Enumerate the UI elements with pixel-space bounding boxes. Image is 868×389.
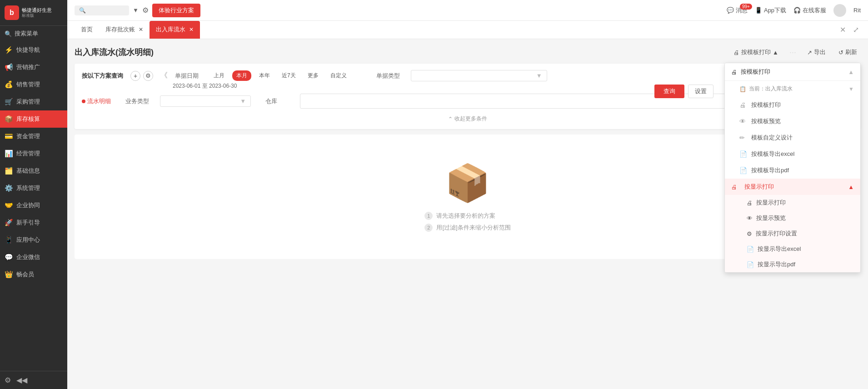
display-print-chevron[interactable]: ▲: [848, 184, 854, 190]
sidebar: b 畅捷通好生意 标准版 🔍 搜索菜单 ⚡ 快捷导航 📢 营销推广 💰 销售管理…: [0, 0, 67, 389]
member-icon: 👑: [5, 270, 13, 279]
current-template-item[interactable]: 📋 当前：出入库流水 ▼: [725, 81, 860, 97]
page-actions: 🖨 按模板打印 ▲ ··· ↗ 导出 ↺ 刷新: [730, 46, 861, 58]
dropdown-template-print[interactable]: 🖨 按模板打印: [725, 97, 860, 113]
tab-batch-ledger-close[interactable]: ✕: [139, 26, 143, 33]
sidebar-item-marketing[interactable]: 📢 营销推广: [0, 59, 67, 76]
page-title: 出入库流水(流水明细): [75, 47, 154, 58]
sidebar-item-purchase[interactable]: 🛒 采购管理: [0, 93, 67, 110]
query-btn[interactable]: 查询: [654, 85, 684, 98]
refresh-btn[interactable]: ↺ 刷新: [835, 46, 861, 58]
message-badge: 99+: [740, 4, 752, 10]
empty-icon: 📦: [445, 162, 490, 204]
tabbar-right: ✕ ⤢: [838, 21, 861, 39]
app-download-icon: 📱: [755, 7, 762, 14]
sidebar-item-wechat[interactable]: 💬 企业微信: [0, 249, 67, 266]
display-print-icon: 🖨: [747, 199, 753, 206]
sidebar-search[interactable]: 🔍 搜索菜单: [0, 26, 67, 41]
purchase-icon: 🛒: [5, 98, 13, 106]
tab-close-window-btn[interactable]: ✕: [838, 25, 848, 34]
sidebar-item-system[interactable]: ⚙️ 系统管理: [0, 180, 67, 197]
industry-btn[interactable]: 体验行业方案: [152, 4, 200, 17]
export-btn[interactable]: ↗ 导出: [803, 46, 829, 58]
filter-settings-btn[interactable]: ⚙: [143, 71, 153, 81]
refresh-icon: ↺: [838, 49, 843, 56]
sidebar-item-base[interactable]: 🗂️ 基础信息: [0, 162, 67, 180]
inventory-icon: 📦: [5, 115, 13, 123]
finance-icon: 💳: [5, 132, 13, 140]
dropdown-template-export-excel[interactable]: 📄 按模板导出excel: [725, 146, 860, 162]
dropdown-template-preview[interactable]: 👁 按模板预览: [725, 113, 860, 130]
user-avatar: [833, 4, 846, 17]
filter-flow-tag: 流水明细: [82, 97, 111, 105]
date-btn-this-month[interactable]: 本月: [232, 70, 251, 81]
divider-dots: ···: [789, 48, 796, 57]
display-print-section-header[interactable]: 🖨 按显示打印 ▲: [725, 179, 860, 195]
template-print-btn[interactable]: 🖨 按模板打印 ▲: [730, 46, 782, 58]
export-icon: ↗: [807, 49, 812, 56]
empty-tip-2: 2 用[过滤]条件来缩小分析范围: [424, 224, 510, 232]
tab-home[interactable]: 首页: [75, 21, 99, 39]
dropdown-template-export-pdf[interactable]: 📄 按模板导出pdf: [725, 162, 860, 179]
sidebar-settings-icon[interactable]: ⚙: [5, 376, 11, 384]
tabbar: 首页 库存批次账 ✕ 出入库流水 ✕ ✕ ⤢: [67, 21, 868, 39]
tab-maximize-btn[interactable]: ⤢: [851, 25, 861, 34]
settings-btn[interactable]: 设置: [688, 85, 713, 98]
sidebar-collapse-icon[interactable]: ◀◀: [16, 376, 27, 384]
page-header: 出入库流水(流水明细) 🖨 按模板打印 ▲ ··· ↗ 导出 ↺ 刷新: [75, 46, 861, 58]
date-btn-more[interactable]: 更多: [304, 70, 323, 81]
app-center-icon: 📱: [5, 236, 13, 244]
topbar-online-service[interactable]: 🎧 在线客服: [793, 6, 826, 15]
flow-tag-dot: [82, 100, 85, 103]
display-print-settings-icon: ⚙: [747, 230, 752, 237]
tab-inout-flow[interactable]: 出入库流水 ✕: [150, 21, 200, 39]
sidebar-bottom: ⚙ ◀◀: [0, 371, 67, 389]
topbar-app-download[interactable]: 📱 App下载: [755, 6, 786, 15]
dropdown-display-export-pdf[interactable]: 📄 按显示导出pdf: [725, 257, 860, 272]
sidebar-item-app-center[interactable]: 📱 应用中心: [0, 231, 67, 249]
sidebar-item-operations[interactable]: 📊 经营管理: [0, 145, 67, 162]
template-print-chevron[interactable]: ▲: [848, 69, 854, 75]
date-btn-this-year[interactable]: 本年: [255, 70, 274, 81]
topbar-search-box[interactable]: 🔍: [75, 5, 129, 15]
main-area: 🔍 ▼ ⚙ 体验行业方案 💬 消息 99+ 📱 App下载 🎧 在线客服 Rit: [67, 0, 868, 389]
topbar-dropdown-arrow[interactable]: ▼: [133, 7, 139, 14]
sidebar-item-member[interactable]: 👑 畅会员: [0, 266, 67, 283]
sidebar-item-collab[interactable]: 🤝 企业协同: [0, 197, 67, 214]
template-print-arrow-icon: ▲: [773, 49, 778, 56]
dropdown-display-preview[interactable]: 👁 按显示预览: [725, 210, 860, 226]
filter-add-btn[interactable]: +: [130, 71, 140, 81]
sidebar-item-guide[interactable]: 🚀 新手引导: [0, 214, 67, 231]
sidebar-item-sales[interactable]: 💰 销售管理: [0, 76, 67, 93]
preview-icon: 👁: [739, 118, 748, 125]
sidebar-item-quick-nav[interactable]: ⚡ 快捷导航: [0, 41, 67, 59]
dropdown-display-print[interactable]: 🖨 按显示打印: [725, 195, 860, 210]
template-print-section-header[interactable]: 🖨 按模板打印 ▲: [725, 63, 860, 81]
filter-doc-type-select[interactable]: ▼: [411, 70, 547, 81]
filter-collapse-left-btn[interactable]: 《: [160, 71, 168, 80]
filter-doc-type-label: 单据类型: [376, 72, 404, 80]
sidebar-item-finance[interactable]: 💳 资金管理: [0, 128, 67, 145]
dropdown-display-print-settings[interactable]: ⚙ 按显示打印设置: [725, 226, 860, 241]
topbar-message[interactable]: 💬 消息 99+: [727, 6, 748, 15]
tip-num-2: 2: [424, 224, 433, 232]
filter-business-type-select[interactable]: ▼: [160, 95, 251, 107]
date-btn-last-month[interactable]: 上月: [210, 70, 229, 81]
current-template-icon: 📋: [739, 86, 746, 92]
collapse-more-btn[interactable]: ⌃ 收起更多条件: [448, 115, 487, 123]
tab-inout-flow-close[interactable]: ✕: [189, 26, 194, 33]
custom-icon: ✏: [739, 134, 748, 141]
base-icon: 🗂️: [5, 167, 13, 175]
dropdown-template-custom[interactable]: ✏ 模板自定义设计: [725, 130, 860, 146]
tab-batch-ledger[interactable]: 库存批次账 ✕: [99, 21, 150, 39]
pdf-icon: 📄: [739, 167, 748, 174]
dropdown-display-export-excel[interactable]: 📄 按显示导出excel: [725, 241, 860, 257]
sidebar-item-inventory[interactable]: 📦 库存核算: [0, 110, 67, 128]
sales-icon: 💰: [5, 80, 13, 89]
filter-date-group: 上月 本月 本年 近7天 更多 自定义: [210, 70, 351, 81]
guide-icon: 🚀: [5, 219, 13, 227]
filter-business-type-label: 业务类型: [125, 97, 153, 105]
date-btn-custom[interactable]: 自定义: [326, 70, 351, 81]
topbar-gear-icon[interactable]: ⚙: [142, 6, 149, 15]
date-btn-last-7days[interactable]: 近7天: [278, 70, 300, 81]
